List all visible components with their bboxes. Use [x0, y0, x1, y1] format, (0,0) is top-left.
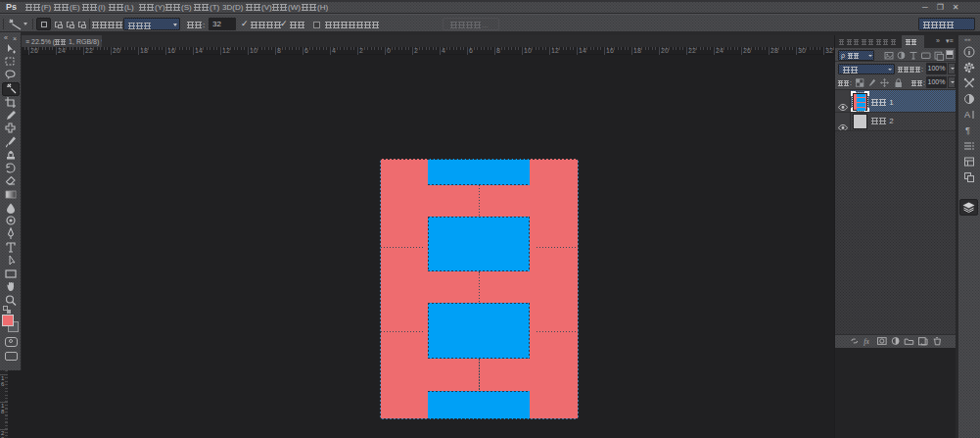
- svg-text:fx: fx: [863, 337, 869, 346]
- svg-text:A: A: [964, 110, 970, 120]
- svg-text:¶: ¶: [965, 125, 970, 135]
